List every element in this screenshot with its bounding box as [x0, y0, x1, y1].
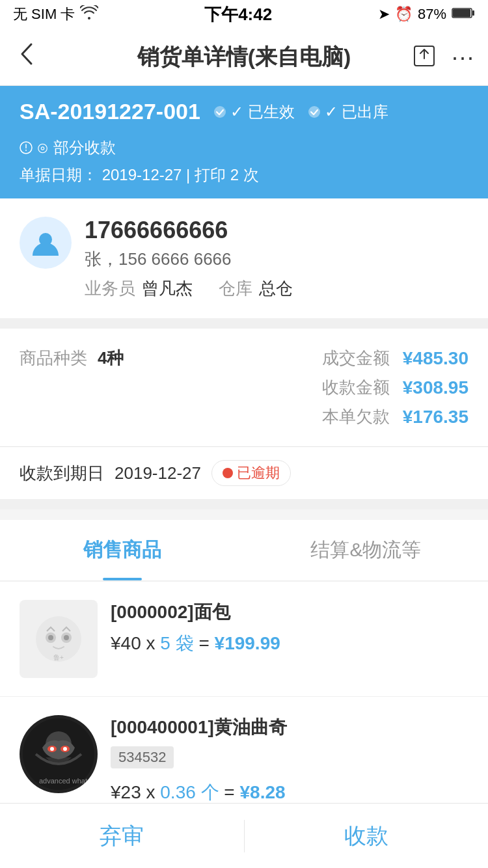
overdue-dot-icon — [223, 468, 233, 478]
status-partial: ⊙ 部分收款 — [20, 137, 116, 158]
received-label: 收款金额 — [322, 376, 390, 399]
overdue-text: 已逾期 — [237, 463, 280, 483]
amount-row: 成交金额 ¥485.30 — [322, 347, 468, 370]
more-icon[interactable]: ··· — [452, 44, 475, 71]
status-bar: 无 SIM 卡 下午4:42 ➤ ⏰ 87% — [0, 0, 488, 29]
tab-sales-products[interactable]: 销售商品 — [0, 520, 244, 580]
order-id: SA-20191227-001 — [20, 99, 200, 124]
nav-bar: 销货单详情(来自电脑) ··· — [0, 29, 488, 86]
due-date-value: 2019-12-27 — [115, 463, 201, 483]
location-icon: ➤ — [378, 6, 390, 23]
product-details-2: [000400001]黄油曲奇 534532 ¥23 x 0.36 个 = ¥8… — [111, 715, 468, 805]
svg-rect-1 — [472, 10, 474, 16]
due-date-label: 收款到期日 — [20, 462, 104, 485]
time-display: 下午4:42 — [204, 3, 272, 26]
amounts: 成交金额 ¥485.30 收款金额 ¥308.95 本单欠款 ¥176.35 — [322, 347, 468, 428]
page-title: 销货单详情(来自电脑) — [137, 42, 351, 72]
total-2: ¥8.28 — [239, 782, 285, 802]
order-header: SA-20191227-001 ✓ 已生效 ✓ 已出库 ⊙ 部分收款 单据日期：… — [0, 86, 488, 198]
tabs-container: 销售商品 结算&物流等 — [0, 520, 488, 582]
unit-2: 个 — [201, 782, 219, 802]
overdue-badge: 已逾期 — [211, 460, 291, 486]
debt-row: 本单欠款 ¥176.35 — [322, 405, 468, 428]
svg-point-12 — [64, 635, 69, 640]
debt-value: ¥176.35 — [403, 407, 468, 427]
status-effective: ✓ 已生效 — [213, 102, 295, 122]
customer-section: 17666666666 张，156 6666 6666 业务员 曾凡杰 仓库 总… — [0, 198, 488, 318]
debt-label: 本单欠款 — [322, 405, 390, 428]
warehouse-label: 仓库 — [219, 277, 252, 300]
abandon-review-button[interactable]: 弃审 — [0, 808, 244, 864]
type-value: 4种 — [98, 347, 124, 370]
alarm-icon: ⏰ — [395, 6, 413, 23]
product-name-1: [0000002]面包 — [111, 600, 468, 625]
amount-label: 成交金额 — [322, 347, 390, 370]
status-left: 无 SIM 卡 — [13, 5, 98, 24]
battery-level: 87% — [418, 6, 446, 23]
customer-name-detail: 张，156 6666 6666 — [85, 248, 468, 271]
product-price-1: ¥40 x 5 袋 = ¥199.99 — [111, 631, 468, 656]
qty-1: 5 — [160, 633, 170, 653]
order-id-row: SA-20191227-001 ✓ 已生效 ✓ 已出库 ⊙ 部分收款 — [20, 99, 468, 158]
salesperson-value: 曾凡杰 — [142, 277, 193, 300]
status-right: ➤ ⏰ 87% — [378, 6, 475, 23]
nav-actions: ··· — [413, 44, 475, 71]
product-details-1: [0000002]面包 ¥40 x 5 袋 = ¥199.99 — [111, 600, 468, 678]
svg-text:鲁+: 鲁+ — [53, 654, 64, 661]
type-label: 商品种类 — [20, 347, 87, 370]
customer-meta: 业务员 曾凡杰 仓库 总仓 — [85, 277, 468, 300]
product-thumbnail-1: 鲁+ — [20, 600, 98, 678]
product-list: 鲁+ [0000002]面包 ¥40 x 5 袋 = ¥199.99 — [0, 582, 488, 824]
order-date-row: 单据日期： 2019-12-27 | 打印 2 次 — [20, 165, 468, 185]
collect-payment-button[interactable]: 收款 — [245, 808, 489, 864]
price-2: ¥23 — [111, 782, 141, 802]
date-label: 单据日期： — [20, 166, 98, 183]
price-1: ¥40 — [111, 633, 141, 653]
status-shipped: ✓ 已出库 — [308, 102, 389, 122]
svg-point-18 — [50, 747, 54, 751]
product-item: 鲁+ [0000002]面包 ¥40 x 5 袋 = ¥199.99 — [0, 582, 488, 697]
warehouse-value: 总仓 — [259, 277, 293, 300]
salesperson-item: 业务员 曾凡杰 — [85, 277, 193, 300]
wifi-icon — [80, 5, 98, 23]
product-thumbnail-2: advanced whata — [20, 715, 98, 793]
unit-1: 袋 — [176, 633, 194, 653]
back-button[interactable] — [13, 36, 40, 78]
salesperson-label: 业务员 — [85, 277, 135, 300]
section-divider-1 — [0, 318, 488, 329]
battery-icon — [452, 6, 475, 23]
customer-info: 17666666666 张，156 6666 6666 业务员 曾凡杰 仓库 总… — [85, 217, 468, 300]
product-name-2: [000400001]黄油曲奇 — [111, 715, 468, 740]
print-count: | 打印 2 次 — [186, 166, 259, 183]
tab-settlement[interactable]: 结算&物流等 — [244, 520, 488, 580]
share-icon[interactable] — [413, 44, 436, 70]
amount-value: ¥485.30 — [403, 348, 468, 369]
avatar — [20, 217, 72, 269]
received-row: 收款金额 ¥308.95 — [322, 376, 468, 399]
section-divider-2 — [0, 499, 488, 509]
date-value: 2019-12-27 — [102, 166, 182, 183]
svg-point-19 — [63, 747, 67, 751]
warehouse-item: 仓库 总仓 — [219, 277, 293, 300]
product-price-2: ¥23 x 0.36 个 = ¥8.28 — [111, 780, 468, 805]
sim-status: 无 SIM 卡 — [13, 5, 75, 24]
due-date-section: 收款到期日 2019-12-27 已逾期 — [0, 447, 488, 499]
svg-point-5 — [308, 106, 320, 118]
product-tag-2: 534532 — [111, 746, 174, 768]
received-value: ¥308.95 — [403, 377, 468, 398]
customer-phone: 17666666666 — [85, 217, 468, 244]
qty-2: 0.36 — [160, 782, 196, 802]
svg-rect-2 — [453, 9, 470, 17]
svg-point-4 — [214, 106, 226, 118]
product-count: 商品种类 4种 — [20, 347, 124, 370]
bottom-bar: 弃审 收款 — [0, 803, 488, 868]
svg-point-11 — [48, 635, 53, 640]
svg-text:advanced whata: advanced whata — [39, 777, 92, 785]
total-1: ¥199.99 — [215, 633, 280, 653]
stats-section: 商品种类 4种 成交金额 ¥485.30 收款金额 ¥308.95 本单欠款 ¥… — [0, 329, 488, 446]
